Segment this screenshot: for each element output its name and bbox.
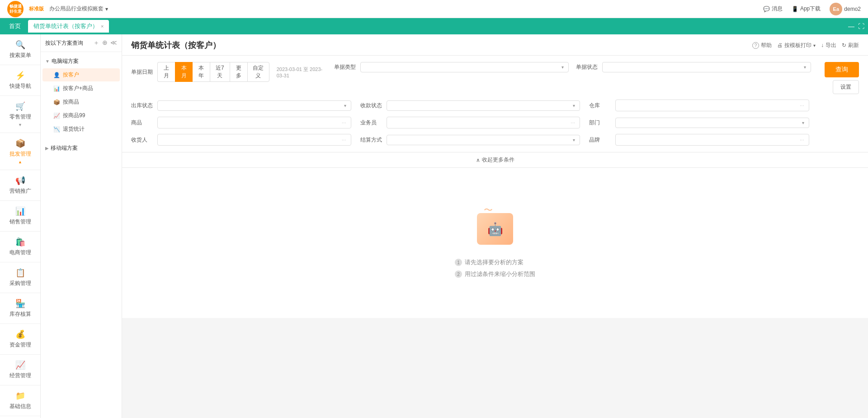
- sidebar-item-quick-nav[interactable]: ⚡ 快捷导航: [0, 65, 40, 96]
- export-button[interactable]: ↓ 导出: [821, 42, 836, 49]
- tab-home[interactable]: 首页: [4, 20, 26, 33]
- tab-close-icon[interactable]: ×: [101, 24, 104, 29]
- product-label: 商品: [131, 119, 154, 127]
- date-btn-last7days[interactable]: 近7天: [210, 62, 230, 82]
- salesperson-label: 业务员: [360, 119, 383, 127]
- message-label: 消息: [772, 5, 783, 13]
- sidebar-item-retail-label: 零售管理: [9, 113, 31, 121]
- payment-select[interactable]: ▾: [387, 100, 580, 111]
- product99-icon: 📈: [53, 113, 60, 119]
- department-select[interactable]: ▾: [615, 118, 809, 128]
- tree-item-return-stats[interactable]: 📉 退货统计: [42, 123, 120, 136]
- app-download-action[interactable]: 📱 App下载: [792, 5, 821, 13]
- left-panel-actions: ＋ ⊕ ≪: [93, 39, 117, 47]
- industry-label: 办公用品行业模拟账套: [49, 5, 104, 13]
- help-button[interactable]: ? 帮助: [752, 42, 772, 49]
- topbar-left: 畅捷通 好生意 标准版 办公用品行业模拟账套 ▾: [7, 1, 108, 17]
- inventory-icon: 🏪: [15, 299, 25, 309]
- doc-status-select[interactable]: ▾: [602, 62, 811, 72]
- sidebar-item-marketing-label: 营销推广: [9, 187, 31, 195]
- customer-product-label: 按客户+商品: [63, 85, 93, 92]
- filter-item-salesperson: 业务员 ···: [360, 117, 580, 128]
- main-content: 销货单统计表（按客户） ? 帮助 🖨 按模板打印 ▾ ↓ 导出 ↻ 刷新: [122, 34, 868, 418]
- user-profile[interactable]: Ea demo2: [830, 3, 861, 15]
- product-select[interactable]: ···: [157, 117, 351, 128]
- date-range-text: 2023-03-01 至 2023-03-31: [277, 66, 327, 78]
- tab-sales-statistics[interactable]: 销货单统计表（按客户） ×: [28, 20, 109, 33]
- purchase-icon: 📋: [15, 268, 25, 278]
- username-label: demo2: [844, 6, 861, 12]
- collapse-bar[interactable]: ∧ 收起更多条件: [122, 152, 868, 168]
- sidebar-item-operations[interactable]: 📈 经营管理: [0, 355, 40, 385]
- sidebar-item-basic-info[interactable]: 📁 基础信息: [0, 385, 40, 416]
- filter-area: 单据日期 上月 本月 本年 近7天 更多 自定义 2023-03-01 至 20…: [122, 56, 868, 152]
- sidebar-item-ecommerce[interactable]: 🛍️ 电商管理: [0, 232, 40, 262]
- sidebar-item-sales[interactable]: 📊 销售管理: [0, 201, 40, 232]
- filter-item-brand: 品牌 ···: [589, 134, 809, 146]
- receiver-select[interactable]: ···: [157, 134, 351, 146]
- window-maximize-icon[interactable]: ⛶: [858, 23, 864, 30]
- topbar-right: 💬 消息 📱 App下载 Ea demo2: [763, 3, 861, 15]
- query-button[interactable]: 查询: [825, 62, 859, 77]
- salesperson-select[interactable]: ···: [387, 117, 580, 128]
- tree-group-desktop[interactable]: ▼ 电脑端方案: [41, 55, 122, 68]
- empty-illustration: 〜 🤖: [468, 204, 522, 249]
- sidebar-item-marketing[interactable]: 📢 营销推广: [0, 170, 40, 201]
- export-label: 导出: [826, 42, 836, 49]
- app-label: App下载: [800, 5, 821, 13]
- industry-selector[interactable]: 办公用品行业模拟账套 ▾: [49, 5, 108, 13]
- date-btn-this-year[interactable]: 本年: [193, 62, 210, 82]
- brand-select[interactable]: ···: [615, 134, 809, 146]
- setting-button[interactable]: 设置: [833, 80, 859, 94]
- sidebar-item-inventory[interactable]: 🏪 库存核算: [0, 293, 40, 324]
- operations-icon: 📈: [15, 360, 25, 370]
- sidebar-item-retail[interactable]: 🛒 零售管理 ▼: [0, 96, 40, 133]
- date-btn-last-month[interactable]: 上月: [157, 62, 175, 82]
- sidebar-item-quick-nav-label: 快捷导航: [9, 82, 31, 90]
- tree-item-product99[interactable]: 📈 按商品99: [42, 109, 120, 122]
- page-actions: ? 帮助 🖨 按模板打印 ▾ ↓ 导出 ↻ 刷新: [752, 42, 859, 49]
- refresh-button[interactable]: ↻ 刷新: [842, 42, 859, 49]
- sidebar-item-purchase[interactable]: 📋 采购管理: [0, 262, 40, 293]
- return-stats-icon: 📉: [53, 126, 60, 133]
- robot-icon: 🤖: [487, 222, 503, 237]
- warehouse-select[interactable]: ···: [615, 100, 809, 111]
- tree-item-by-customer[interactable]: 👤 按客户: [42, 68, 120, 81]
- sidebar-item-finance[interactable]: 💰 资金管理: [0, 324, 40, 355]
- window-minimize-icon[interactable]: —: [848, 23, 854, 30]
- add-scheme-icon[interactable]: ＋: [93, 39, 99, 47]
- sidebar-item-system[interactable]: ⚙️ 系统管理: [0, 416, 40, 418]
- payment-label: 收款状态: [360, 102, 383, 109]
- date-btn-more[interactable]: 更多: [230, 62, 247, 82]
- wholesale-arrow-icon: ▲: [18, 160, 22, 164]
- tip-num-2: 2: [455, 271, 462, 278]
- wholesale-icon: 📦: [15, 138, 25, 148]
- left-panel: 按以下方案查询 ＋ ⊕ ≪ ▼ 电脑端方案 👤 按客户 📊 按客户+商品 📦: [41, 34, 122, 418]
- sidebar-item-wholesale[interactable]: 📦 批发管理 ▲: [0, 133, 40, 170]
- date-btn-this-month[interactable]: 本月: [175, 62, 193, 82]
- tree-group-mobile[interactable]: ▶ 移动端方案: [41, 142, 122, 155]
- sidebar-item-operations-label: 经营管理: [9, 372, 31, 380]
- retail-icon: 🛒: [15, 101, 25, 111]
- outbound-label: 出库状态: [131, 102, 154, 109]
- date-btn-custom[interactable]: 自定义: [247, 62, 269, 82]
- payment-method-select[interactable]: ▾: [387, 135, 580, 145]
- message-action[interactable]: 💬 消息: [763, 5, 783, 13]
- logo: 畅捷通 好生意: [7, 1, 24, 17]
- by-customer-label: 按客户: [63, 71, 79, 79]
- tree-item-by-product[interactable]: 📦 按商品: [42, 95, 120, 109]
- tree-item-customer-product[interactable]: 📊 按客户+商品: [42, 82, 120, 95]
- doc-type-select[interactable]: ▾: [360, 62, 569, 72]
- sidebar-item-search[interactable]: 🔍 搜索菜单: [0, 34, 40, 65]
- outbound-select[interactable]: ▾: [157, 100, 351, 111]
- print-button[interactable]: 🖨 按模板打印 ▾: [777, 42, 816, 49]
- search-icon: 🔍: [15, 40, 25, 50]
- tip-num-1: 1: [455, 259, 462, 266]
- action-group: 查询 设置: [818, 62, 859, 94]
- payment-method-label: 结算方式: [360, 136, 383, 144]
- collapse-panel-icon[interactable]: ≪: [110, 39, 117, 47]
- edit-scheme-icon[interactable]: ⊕: [102, 39, 108, 47]
- collapse-arrow-icon: ∧: [476, 157, 480, 163]
- collapse-label: 收起更多条件: [482, 156, 514, 164]
- main-layout: 🔍 搜索菜单 ⚡ 快捷导航 🛒 零售管理 ▼ 📦 批发管理 ▲ 📢 营销推广 📊…: [0, 34, 868, 418]
